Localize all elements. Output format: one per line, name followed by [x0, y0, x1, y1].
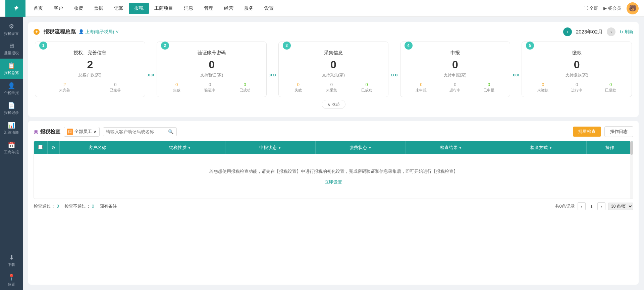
pass-count: 检查通过： 0: [34, 203, 59, 209]
select-all-checkbox[interactable]: [38, 145, 43, 149]
th-check-method: 检查方式 ▼: [496, 141, 586, 154]
step-2-title: 验证账号密码: [161, 50, 263, 56]
sidebar-item-tax-overview[interactable]: 📋 报税总览: [0, 59, 23, 78]
employee-filter[interactable]: 囧 全部员工 ∨: [64, 127, 100, 137]
sidebar-item-tax-record[interactable]: 📄 报税记录: [0, 98, 23, 118]
location-icon: 📍: [8, 274, 15, 281]
avatar[interactable]: 🐻: [627, 2, 639, 14]
current-month: 2023年02月: [576, 29, 603, 35]
step-3-stat-2-label: 已成功: [361, 88, 372, 93]
plus-icon: +: [34, 29, 40, 35]
pass-count-link[interactable]: 0: [57, 204, 59, 209]
search-button[interactable]: 🔍: [165, 128, 176, 136]
main-nav: 首页 客户 收费 票据 记账 报税 工商项目 消息 管理 经营 服务 设置: [28, 0, 584, 17]
filter-result-icon[interactable]: ▼: [459, 146, 462, 150]
step-3-stat-1-label: 未采集: [326, 88, 337, 93]
gear-icon[interactable]: ⚙: [51, 145, 55, 150]
operation-log-button[interactable]: 操作日志: [604, 126, 633, 137]
step-5-stat-2-num: 0: [609, 82, 612, 87]
tax-check-table: ⚙ 客户名称 纳税性质 ▼ 申报状态 ▼: [34, 141, 633, 199]
page-size-select[interactable]: 30 条/页: [608, 203, 633, 210]
nav-fee[interactable]: 收费: [68, 0, 89, 17]
nav-accounting[interactable]: 记账: [109, 0, 129, 17]
batch-check-button[interactable]: 批量检查: [573, 127, 601, 137]
nav-manage[interactable]: 管理: [199, 0, 219, 17]
sidebar-item-batch-tax[interactable]: 🖥 批量报税: [0, 39, 23, 59]
step-2-badge: 2: [161, 42, 169, 50]
sidebar-label-tax-overview: 报税总览: [4, 71, 19, 75]
member-button[interactable]: ▶ 畅会员: [603, 5, 621, 11]
flow-overview-title: 报税流程总览: [44, 28, 76, 35]
location-selector[interactable]: 👤 上海(电子税局) ∨: [78, 29, 119, 35]
step-1-stat-0: 2 未完善: [59, 82, 70, 93]
step-3-stat-0-label: 失败: [294, 88, 302, 93]
step-5-footer: 0 未缴款 0 进行中 0 已缴款: [526, 82, 628, 93]
step-4-title: 申报: [405, 50, 506, 56]
step-2-stat-1-num: 0: [209, 82, 211, 87]
step-3-stat-0-num: 0: [297, 82, 300, 87]
filter-declare-icon[interactable]: ▼: [278, 146, 281, 150]
sidebar-item-location[interactable]: 📍 位置: [6, 270, 16, 290]
step-1-stat-1: 0 已完善: [110, 82, 121, 93]
flow-step-1: 1 授权、完善信息 2 总客户数(家) 2 未完善 0 已完善: [35, 42, 145, 97]
sidebar-item-download[interactable]: ⬇ 下载: [6, 250, 16, 270]
sidebar-label-tax-settings: 报税设置: [4, 31, 19, 36]
nav-message[interactable]: 消息: [178, 0, 199, 17]
step-5-stat-1: 0 进行中: [571, 82, 582, 93]
collapse-button[interactable]: ∧ 收起: [322, 100, 345, 109]
nav-settings[interactable]: 设置: [259, 0, 279, 17]
prev-page-button[interactable]: ‹: [578, 202, 586, 210]
sidebar-item-personal-tax[interactable]: 👤 个税申报: [0, 79, 23, 98]
prev-month-button[interactable]: ‹: [563, 27, 572, 36]
next-page-button[interactable]: ›: [597, 202, 605, 210]
sidebar-item-annual-report[interactable]: 📅 工商年报: [0, 138, 23, 158]
th-gear: ⚙: [47, 141, 59, 154]
th-tax-nature: 纳税性质 ▼: [135, 141, 225, 154]
filter-pay-icon[interactable]: ▼: [368, 146, 372, 150]
arrow-1-2: »»: [147, 52, 155, 97]
nav-ticket[interactable]: 票据: [89, 0, 109, 17]
filter-method-icon[interactable]: ▼: [549, 146, 552, 150]
sidebar-item-settlement[interactable]: 📊 汇算清缴: [0, 118, 23, 138]
check-footer: 检查通过： 0 检查不通过： 0 囧有备注 共0条记录 ‹ 1 › 30 条/页: [34, 199, 633, 210]
search-input[interactable]: [103, 128, 165, 136]
nav-home[interactable]: 首页: [28, 0, 48, 17]
logo: ✦: [5, 0, 25, 17]
nav-business[interactable]: 工商项目: [149, 0, 178, 17]
filter-tax-nature-icon[interactable]: ▼: [188, 146, 191, 150]
step-5-stat-0-label: 未缴款: [537, 88, 548, 93]
th-check-result: 检查结果 ▼: [406, 141, 496, 154]
nav-tax[interactable]: 报税: [129, 3, 149, 14]
fullscreen-button[interactable]: ⛶ 全屏: [584, 5, 598, 11]
step-4-stat-1: 0 进行中: [449, 82, 461, 93]
step-5-desc: 支持缴款(家): [526, 72, 628, 78]
th-declare-status: 申报状态 ▼: [225, 141, 315, 154]
settings-icon: ⚙: [9, 23, 14, 30]
chevron-up-icon: ∧: [327, 102, 330, 107]
month-nav: ‹ 2023年02月 › ↻ 刷新: [563, 27, 633, 36]
step-5-stat-0: 0 未缴款: [537, 82, 548, 93]
step-3-title: 采集信息: [283, 50, 384, 56]
next-month-button[interactable]: ›: [607, 27, 615, 36]
step-3-desc: 支持采集(家): [283, 72, 384, 78]
th-operation: 操作: [586, 141, 633, 154]
setup-link[interactable]: 立即设置: [325, 179, 342, 185]
scrollbar-thumb: [630, 141, 633, 155]
scrollbar[interactable]: [630, 141, 633, 199]
refresh-button[interactable]: ↻ 刷新: [620, 29, 633, 35]
nav-client[interactable]: 客户: [48, 0, 68, 17]
nav-operation[interactable]: 经营: [219, 0, 239, 17]
step-4-stat-0-num: 0: [420, 82, 422, 87]
sidebar-item-tax-settings[interactable]: ⚙ 报税设置: [0, 19, 23, 39]
nav-service[interactable]: 服务: [239, 0, 259, 17]
fail-count-link[interactable]: 0: [92, 204, 94, 209]
step-1-footer: 2 未完善 0 已完善: [39, 82, 141, 93]
step-5-count: 0: [526, 59, 628, 71]
search-wrap: 🔍: [103, 127, 177, 136]
step-3-badge: 3: [283, 42, 291, 50]
table-container: ⚙ 客户名称 纳税性质 ▼ 申报状态 ▼: [34, 141, 633, 199]
step-1-title: 授权、完善信息: [39, 50, 141, 56]
step-4-badge: 4: [405, 42, 413, 50]
step-4-stat-1-label: 进行中: [449, 88, 461, 93]
step-4-stat-2-num: 0: [488, 82, 490, 87]
